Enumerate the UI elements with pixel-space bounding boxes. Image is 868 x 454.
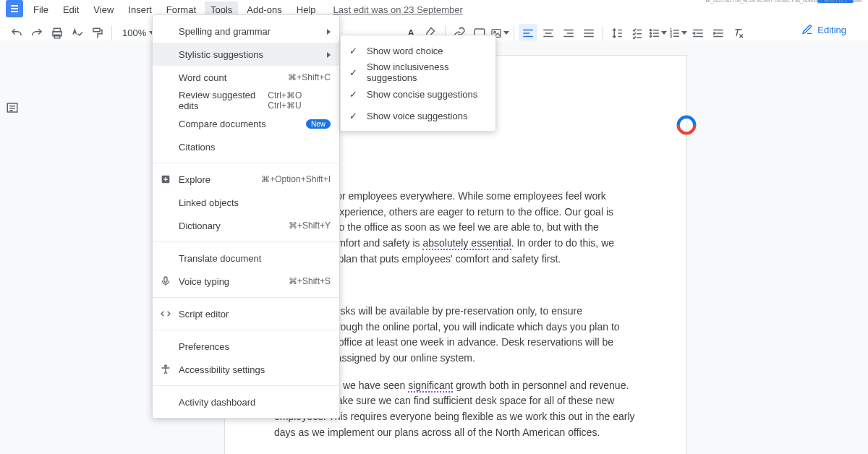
bulleted-list-icon[interactable] bbox=[648, 24, 667, 43]
tools-item-script-editor[interactable]: Script editor bbox=[153, 302, 339, 325]
last-edit-link[interactable]: Last edit was on 23 September bbox=[333, 4, 463, 15]
increase-indent-icon[interactable] bbox=[709, 24, 728, 43]
line-spacing-icon[interactable] bbox=[608, 24, 626, 43]
menu-item-label: Word count bbox=[179, 72, 226, 83]
align-center-icon[interactable] bbox=[539, 24, 558, 43]
tools-item-voice-typing[interactable]: Voice typing⌘+Shift+S bbox=[153, 270, 339, 293]
explore-icon bbox=[160, 174, 171, 185]
menu-item-label: Explore bbox=[179, 174, 210, 185]
check-icon: ✓ bbox=[349, 111, 357, 121]
svg-rect-15 bbox=[164, 277, 167, 282]
check-icon: ✓ bbox=[349, 46, 357, 56]
debug-text: kk_2021-80-Thu_BC00 SCARY LEGACY as_0Deb… bbox=[706, 0, 862, 3]
menu-item-label: Script editor bbox=[179, 309, 229, 320]
svg-point-8 bbox=[650, 32, 652, 33]
check-icon: ✓ bbox=[349, 67, 357, 78]
tools-item-spelling-and-grammar[interactable]: Spelling and grammar bbox=[153, 20, 339, 43]
spellcheck-icon[interactable] bbox=[68, 24, 87, 43]
shortcut-label: ⌘+Shift+Y bbox=[289, 220, 331, 231]
svg-rect-3 bbox=[93, 28, 100, 32]
shortcut-label: ⌘+Shift+S bbox=[289, 276, 331, 286]
menu-item-label: Voice typing bbox=[179, 276, 229, 287]
submenu-item-label: Show concise suggestions bbox=[367, 89, 477, 100]
shortcut-label: Ctrl+⌘O Ctrl+⌘U bbox=[268, 90, 331, 111]
paint-format-icon[interactable] bbox=[88, 24, 107, 43]
suggestion-span[interactable]: significant bbox=[408, 380, 453, 393]
chevron-right-icon bbox=[327, 26, 331, 37]
chevron-right-icon bbox=[327, 49, 331, 60]
menu-item-label: Accessibility settings bbox=[179, 364, 265, 375]
mode-editing-button[interactable]: Editing bbox=[794, 21, 854, 38]
menu-item-label: Spelling and grammar bbox=[179, 26, 271, 37]
menu-item-label: Citations bbox=[179, 142, 216, 153]
tools-item-review-suggested-edits[interactable]: Review suggested editsCtrl+⌘O Ctrl+⌘U bbox=[153, 89, 339, 112]
redo-icon[interactable] bbox=[27, 24, 46, 43]
tools-item-translate-document[interactable]: Translate document bbox=[153, 247, 339, 270]
tools-item-accessibility-settings[interactable]: Accessibility settings bbox=[153, 358, 339, 381]
svg-point-16 bbox=[165, 365, 167, 367]
tools-item-explore[interactable]: Explore⌘+Option+Shift+I bbox=[153, 168, 339, 191]
check-icon: ✓ bbox=[349, 89, 357, 100]
shortcut-label: ⌘+Option+Shift+I bbox=[261, 174, 331, 184]
docs-logo-icon[interactable] bbox=[6, 0, 23, 17]
menu-item-label: Translate document bbox=[179, 253, 261, 264]
submenu-item-label: Show inclusiveness suggestions bbox=[367, 61, 485, 83]
svg-point-6 bbox=[494, 31, 496, 33]
menu-edit[interactable]: Edit bbox=[57, 1, 85, 18]
tools-item-linked-objects[interactable]: Linked objects bbox=[153, 191, 339, 214]
suggestion-span[interactable]: absolutely essential bbox=[422, 237, 511, 250]
tools-item-activity-dashboard[interactable]: Activity dashboard bbox=[153, 390, 339, 414]
numbered-list-icon[interactable]: 123 bbox=[668, 24, 687, 43]
mic-icon bbox=[160, 275, 171, 287]
menu-file[interactable]: File bbox=[27, 1, 54, 18]
submenu-item-label: Show voice suggestions bbox=[367, 111, 467, 121]
menu-item-label: Compare documents bbox=[179, 119, 266, 129]
clear-formatting-icon[interactable] bbox=[729, 24, 748, 43]
align-left-icon[interactable] bbox=[519, 24, 537, 43]
accessibility-icon bbox=[160, 364, 171, 375]
align-right-icon[interactable] bbox=[559, 24, 578, 43]
stylistic-option-show-inclusiveness-suggestions[interactable]: ✓Show inclusiveness suggestions bbox=[341, 61, 495, 83]
tools-item-stylistic-suggestions[interactable]: Stylistic suggestions bbox=[153, 43, 339, 66]
new-badge: New bbox=[306, 119, 331, 129]
menu-item-label: Review suggested edits bbox=[179, 90, 268, 111]
submenu-item-label: Show word choice bbox=[367, 46, 443, 56]
tools-item-word-count[interactable]: Word count⌘+Shift+C bbox=[153, 66, 339, 89]
menu-item-label: Dictionary bbox=[179, 220, 221, 231]
stylistic-submenu: ✓Show word choice✓Show inclusiveness sug… bbox=[340, 35, 496, 132]
shortcut-label: ⌘+Shift+C bbox=[288, 72, 331, 82]
outline-toggle-icon[interactable] bbox=[4, 100, 20, 116]
stylistic-option-show-voice-suggestions[interactable]: ✓Show voice suggestions bbox=[341, 105, 495, 127]
menubar: FileEditViewInsertFormatToolsAdd-onsHelp… bbox=[0, 0, 868, 20]
menu-item-label: Preferences bbox=[179, 341, 229, 352]
svg-text:3: 3 bbox=[670, 34, 672, 38]
tools-menu-dropdown: Spelling and grammarStylistic suggestion… bbox=[152, 14, 340, 419]
undo-icon[interactable] bbox=[7, 24, 26, 43]
tools-item-dictionary[interactable]: Dictionary⌘+Shift+Y bbox=[153, 214, 339, 237]
menu-view[interactable]: View bbox=[88, 1, 119, 18]
menu-item-label: Activity dashboard bbox=[179, 397, 255, 408]
stylistic-option-show-concise-suggestions[interactable]: ✓Show concise suggestions bbox=[341, 83, 495, 105]
svg-point-7 bbox=[650, 29, 652, 30]
menu-item-label: Linked objects bbox=[179, 197, 239, 208]
code-icon bbox=[160, 308, 171, 320]
tools-item-compare-documents[interactable]: Compare documentsNew bbox=[153, 112, 339, 135]
menu-item-label: Stylistic suggestions bbox=[179, 49, 263, 60]
svg-point-9 bbox=[650, 35, 652, 37]
print-icon[interactable] bbox=[48, 24, 67, 43]
decrease-indent-icon[interactable] bbox=[689, 24, 707, 43]
partial-graphic-icon bbox=[673, 112, 699, 138]
tools-item-citations[interactable]: Citations bbox=[153, 135, 339, 158]
checklist-icon[interactable] bbox=[628, 24, 647, 43]
tools-item-preferences[interactable]: Preferences bbox=[153, 335, 339, 358]
align-justify-icon[interactable] bbox=[579, 24, 598, 43]
stylistic-option-show-word-choice[interactable]: ✓Show word choice bbox=[341, 40, 495, 61]
